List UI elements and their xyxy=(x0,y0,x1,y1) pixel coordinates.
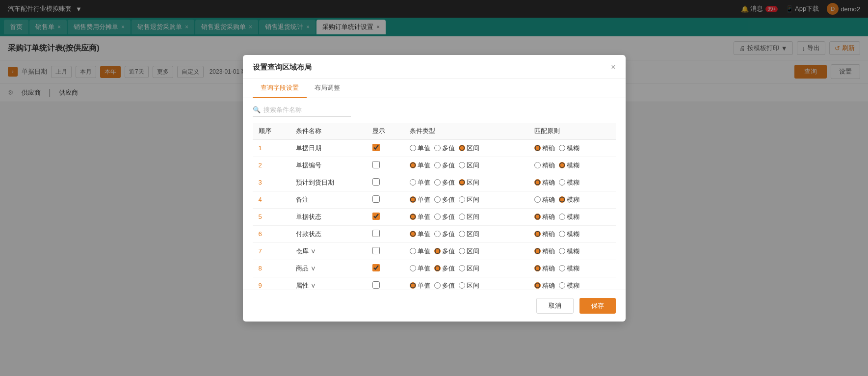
display-checkbox[interactable] xyxy=(372,247,380,254)
modal-body: 🔍 顺序 条件名称 显示 条件类型 匹配原则 xyxy=(243,98,626,290)
row-display-cell xyxy=(367,277,404,290)
radio-type-多值[interactable]: 多值 xyxy=(434,213,455,221)
radio-match-模糊[interactable]: 模糊 xyxy=(559,247,579,256)
radio-match-模糊[interactable]: 模糊 xyxy=(559,195,579,204)
radio-match-精确[interactable]: 精确 xyxy=(534,281,555,290)
radio-type-区间[interactable]: 区间 xyxy=(459,230,479,239)
row-condition-name: 备注 xyxy=(290,191,367,208)
radio-type-区间[interactable]: 区间 xyxy=(459,178,479,187)
table-row: 6付款状态单值多值区间精确模糊 xyxy=(253,225,616,242)
radio-type-单值[interactable]: 单值 xyxy=(410,264,430,273)
row-order: 8 xyxy=(253,260,290,277)
radio-match-模糊[interactable]: 模糊 xyxy=(559,213,579,221)
radio-match-精确[interactable]: 精确 xyxy=(534,144,555,153)
radio-type-单值[interactable]: 单值 xyxy=(410,195,430,204)
display-checkbox[interactable] xyxy=(372,161,380,168)
row-display-cell xyxy=(367,208,404,225)
radio-type-区间[interactable]: 区间 xyxy=(459,213,479,221)
row-display-cell xyxy=(367,225,404,242)
save-button[interactable]: 保存 xyxy=(579,298,616,314)
radio-type-区间[interactable]: 区间 xyxy=(459,264,479,273)
row-type-cell: 单值多值区间 xyxy=(404,225,528,242)
display-checkbox[interactable] xyxy=(372,195,380,203)
radio-type-单值[interactable]: 单值 xyxy=(410,161,430,170)
radio-type-多值[interactable]: 多值 xyxy=(434,230,455,239)
radio-match-精确[interactable]: 精确 xyxy=(534,161,555,170)
radio-match-模糊[interactable]: 模糊 xyxy=(559,178,579,187)
search-bar: 🔍 xyxy=(253,106,351,117)
radio-match-模糊[interactable]: 模糊 xyxy=(559,144,579,153)
modal-tab-layout[interactable]: 布局调整 xyxy=(307,79,348,98)
radio-match-模糊[interactable]: 模糊 xyxy=(559,281,579,290)
display-checkbox[interactable] xyxy=(372,178,380,186)
radio-match-精确[interactable]: 精确 xyxy=(534,230,555,239)
radio-type-单值[interactable]: 单值 xyxy=(410,213,430,221)
radio-match-精确[interactable]: 精确 xyxy=(534,195,555,204)
row-type-cell: 单值多值区间 xyxy=(404,242,528,260)
page-area: 采购订单统计表(按供应商) 🖨 按模板打印 ▼ ↓ 导出 ↺ 刷新 › 单据日期… xyxy=(0,36,868,376)
radio-type-多值[interactable]: 多值 xyxy=(434,247,455,256)
table-row: 7仓库 ∨单值多值区间精确模糊 xyxy=(253,242,616,260)
radio-type-区间[interactable]: 区间 xyxy=(459,195,479,204)
row-condition-name: 预计到货日期 xyxy=(290,174,367,191)
row-order: 3 xyxy=(253,174,290,191)
radio-match-模糊[interactable]: 模糊 xyxy=(559,161,579,170)
radio-type-单值[interactable]: 单值 xyxy=(410,247,430,256)
th-name: 条件名称 xyxy=(290,123,367,140)
radio-type-多值[interactable]: 多值 xyxy=(434,264,455,273)
row-match-cell: 精确模糊 xyxy=(528,191,615,208)
search-input[interactable] xyxy=(263,106,342,113)
row-order: 7 xyxy=(253,242,290,260)
row-type-cell: 单值多值区间 xyxy=(404,191,528,208)
row-condition-name: 仓库 ∨ xyxy=(290,242,367,260)
row-display-cell xyxy=(367,174,404,191)
radio-type-单值[interactable]: 单值 xyxy=(410,281,430,290)
radio-type-单值[interactable]: 单值 xyxy=(410,178,430,187)
row-condition-name: 单据编号 xyxy=(290,157,367,174)
radio-type-区间[interactable]: 区间 xyxy=(459,144,479,153)
cancel-button[interactable]: 取消 xyxy=(536,298,574,314)
radio-match-精确[interactable]: 精确 xyxy=(534,213,555,221)
row-type-cell: 单值多值区间 xyxy=(404,260,528,277)
row-order: 9 xyxy=(253,277,290,290)
radio-match-模糊[interactable]: 模糊 xyxy=(559,230,579,239)
row-display-cell xyxy=(367,139,404,157)
th-type: 条件类型 xyxy=(404,123,528,140)
row-display-cell xyxy=(367,242,404,260)
display-checkbox[interactable] xyxy=(372,230,380,237)
row-order: 5 xyxy=(253,208,290,225)
radio-type-多值[interactable]: 多值 xyxy=(434,161,455,170)
table-row: 8商品 ∨单值多值区间精确模糊 xyxy=(253,260,616,277)
radio-type-区间[interactable]: 区间 xyxy=(459,247,479,256)
radio-type-多值[interactable]: 多值 xyxy=(434,195,455,204)
radio-type-单值[interactable]: 单值 xyxy=(410,144,430,153)
radio-type-区间[interactable]: 区间 xyxy=(459,281,479,290)
display-checkbox[interactable] xyxy=(372,264,380,271)
display-checkbox[interactable] xyxy=(372,281,380,289)
modal-tab-fields[interactable]: 查询字段设置 xyxy=(253,79,307,98)
row-match-cell: 精确模糊 xyxy=(528,277,615,290)
row-display-cell xyxy=(367,260,404,277)
radio-type-多值[interactable]: 多值 xyxy=(434,144,455,153)
radio-match-精确[interactable]: 精确 xyxy=(534,178,555,187)
table-row: 1单据日期单值多值区间精确模糊 xyxy=(253,139,616,157)
th-match: 匹配原则 xyxy=(528,123,615,140)
radio-type-单值[interactable]: 单值 xyxy=(410,230,430,239)
radio-match-精确[interactable]: 精确 xyxy=(534,247,555,256)
row-type-cell: 单值多值区间 xyxy=(404,157,528,174)
radio-match-模糊[interactable]: 模糊 xyxy=(559,264,579,273)
radio-type-多值[interactable]: 多值 xyxy=(434,281,455,290)
table-row: 3预计到货日期单值多值区间精确模糊 xyxy=(253,174,616,191)
radio-match-精确[interactable]: 精确 xyxy=(534,264,555,273)
radio-type-多值[interactable]: 多值 xyxy=(434,178,455,187)
row-match-cell: 精确模糊 xyxy=(528,174,615,191)
modal-tab-fields-label: 查询字段设置 xyxy=(261,84,299,91)
row-type-cell: 单值多值区间 xyxy=(404,139,528,157)
th-display: 显示 xyxy=(367,123,404,140)
modal-close-button[interactable]: × xyxy=(611,63,615,71)
display-checkbox[interactable] xyxy=(372,144,380,151)
row-type-cell: 单值多值区间 xyxy=(404,174,528,191)
display-checkbox[interactable] xyxy=(372,213,380,220)
row-type-cell: 单值多值区间 xyxy=(404,208,528,225)
radio-type-区间[interactable]: 区间 xyxy=(459,161,479,170)
